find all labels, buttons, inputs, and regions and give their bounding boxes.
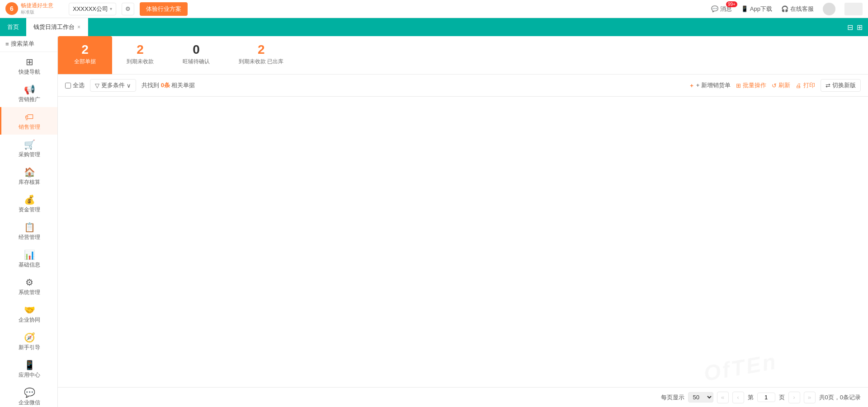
empty-state — [58, 97, 868, 387]
sidebar-label: 系统管理 — [19, 289, 40, 296]
stat-number-pending: 0 — [193, 43, 200, 56]
stats-row: 2 全部单据 2 到期未收款 0 旺辅待确认 2 到期未收款 已出库 — [58, 36, 868, 75]
sidebar-label: 库存核算 — [19, 178, 40, 186]
avatar[interactable] — [823, 3, 835, 15]
sidebar-label: 新手引导 — [19, 344, 40, 351]
sidebar-item-funds[interactable]: 💰 资金管理 — [0, 190, 57, 217]
page-label: 第 — [748, 393, 754, 402]
stat-pending[interactable]: 0 旺辅待确认 — [168, 36, 224, 74]
database-icon: 📊 — [24, 250, 35, 259]
cart-icon: 🛒 — [24, 140, 35, 149]
batch-ops-button[interactable]: ⊞ 批量操作 — [736, 81, 766, 89]
per-page-label: 每页显示 — [661, 393, 684, 402]
toolbar: 全选 ▽ 更多条件 ∨ 共找到 0条 相关单据 + + 新增销货单 ⊞ 批量操作 — [58, 75, 868, 97]
page-total: 共0页，0条记录 — [819, 393, 861, 402]
user-name-area[interactable] — [844, 3, 863, 15]
plus-icon: + — [690, 82, 693, 89]
sidebar-item-system[interactable]: ⚙ 系统管理 — [0, 272, 57, 300]
page-first-button[interactable]: « — [717, 392, 729, 403]
sidebar-label: 企业协同 — [19, 316, 40, 324]
settings-button[interactable]: ⚙ — [122, 3, 134, 15]
sidebar-item-search-menu[interactable]: ≡ 搜索菜单 — [0, 36, 57, 52]
select-all-input[interactable] — [65, 83, 71, 89]
per-page-select[interactable]: 50 100 200 — [688, 392, 713, 402]
clipboard-icon: 📋 — [24, 223, 35, 232]
sidebar-item-app-center[interactable]: 📱 应用中心 — [0, 355, 57, 383]
stat-all[interactable]: 2 全部单据 — [58, 36, 112, 74]
chevron-icon: ∨ — [127, 82, 131, 89]
sidebar-search-label: 搜索菜单 — [11, 40, 34, 48]
sidebar-item-sales[interactable]: 🏷 销售管理 — [0, 107, 57, 135]
page-prev-button[interactable]: ‹ — [732, 392, 744, 403]
sidebar-item-inventory[interactable]: 🏠 库存核算 — [0, 162, 57, 190]
select-all-checkbox[interactable]: 全选 — [65, 81, 85, 89]
tab-expand-icon[interactable]: ⊞ — [857, 23, 863, 32]
sidebar-label: 基础信息 — [19, 261, 40, 269]
handshake-icon: 🤝 — [24, 305, 35, 314]
page-next-button[interactable]: › — [788, 392, 800, 403]
sidebar-item-purchase[interactable]: 🛒 采购管理 — [0, 135, 57, 162]
tab-label: 钱货日清工作台 — [33, 23, 75, 31]
sidebar-item-operations[interactable]: 📋 经营管理 — [0, 217, 57, 245]
compass-icon: 🧭 — [24, 333, 35, 342]
chat-icon: 💬 — [24, 388, 35, 397]
switch-version-button[interactable]: ⇄ 切换新版 — [821, 79, 861, 92]
sidebar-label: 经营管理 — [19, 234, 40, 241]
logo-area: 6 畅捷通好生意 标准版 — [5, 2, 63, 15]
stat-number-overdue: 2 — [137, 43, 144, 56]
sidebar-label: 资金管理 — [19, 206, 40, 214]
sidebar-label: 快捷导航 — [19, 68, 40, 76]
refresh-icon: ↺ — [772, 82, 777, 89]
service-icon: 🎧 — [781, 5, 788, 12]
page-input[interactable] — [757, 393, 775, 402]
message-badge: 99+ — [726, 1, 737, 7]
filter-button[interactable]: ▽ 更多条件 ∨ — [90, 79, 136, 92]
online-service-button[interactable]: 🎧 在线客服 — [781, 5, 814, 13]
page-last-button[interactable]: » — [804, 392, 816, 403]
sidebar-item-weixin[interactable]: 💬 企业微信 — [0, 383, 57, 407]
search-icon: ≡ — [5, 41, 9, 47]
message-button[interactable]: 💬 消息 99+ — [711, 5, 732, 13]
toolbar-right: + + 新增销货单 ⊞ 批量操作 ↺ 刷新 🖨 打印 ⇄ 切换新版 — [690, 79, 861, 92]
grid-icon: ⊞ — [26, 57, 33, 66]
refresh-button[interactable]: ↺ 刷新 — [772, 81, 790, 89]
sidebar: ≡ 搜索菜单 ⊞ 快捷导航 📢 营销推广 🏷 销售管理 🛒 采购管理 🏠 库存核… — [0, 36, 58, 407]
trial-button[interactable]: 体验行业方案 — [140, 2, 188, 16]
tabbar-actions: ⊟ ⊞ — [847, 23, 868, 32]
tab-close-icon[interactable]: × — [77, 24, 80, 30]
home-icon: 🏠 — [24, 168, 35, 177]
filter-icon: ▽ — [95, 82, 99, 89]
stat-overdue[interactable]: 2 到期未收款 — [112, 36, 168, 74]
sidebar-label: 营销推广 — [19, 96, 40, 103]
sidebar-item-basic-info[interactable]: 📊 基础信息 — [0, 245, 57, 272]
sidebar-item-enterprise[interactable]: 🤝 企业协同 — [0, 300, 57, 327]
batch-icon: ⊞ — [736, 82, 741, 89]
app-download-button[interactable]: 📱 App下载 — [741, 5, 772, 13]
switch-icon: ⇄ — [826, 82, 830, 89]
page-suffix: 页 — [779, 393, 785, 402]
message-icon: 💬 — [711, 5, 718, 12]
table-area — [58, 97, 868, 387]
tabbar: 首页 钱货日清工作台 × ⊟ ⊞ — [0, 18, 868, 36]
sidebar-label: 销售管理 — [19, 123, 40, 131]
new-sales-button[interactable]: + + 新增销货单 — [690, 81, 731, 89]
sidebar-label: 应用中心 — [19, 371, 40, 379]
money-icon: 💰 — [24, 195, 35, 204]
company-selector[interactable]: XXXXXX公司 ▾ — [69, 3, 116, 15]
layout: ≡ 搜索菜单 ⊞ 快捷导航 📢 营销推广 🏷 销售管理 🛒 采购管理 🏠 库存核… — [0, 36, 868, 407]
sidebar-label: 采购管理 — [19, 151, 40, 159]
sidebar-item-marketing[interactable]: 📢 营销推广 — [0, 80, 57, 107]
sidebar-item-quick-nav[interactable]: ⊞ 快捷导航 — [0, 52, 57, 80]
stat-shipped[interactable]: 2 到期未收款 已出库 — [224, 36, 298, 74]
main-content: 2 全部单据 2 到期未收款 0 旺辅待确认 2 到期未收款 已出库 全选 — [58, 36, 868, 407]
tab-active[interactable]: 钱货日清工作台 × — [26, 18, 88, 36]
megaphone-icon: 📢 — [24, 85, 35, 94]
tab-minimize-icon[interactable]: ⊟ — [847, 23, 853, 32]
sidebar-label: 企业微信 — [19, 399, 40, 407]
settings-icon: ⚙ — [25, 278, 33, 287]
print-button[interactable]: 🖨 打印 — [796, 81, 815, 89]
pagination-bar: 每页显示 50 100 200 « ‹ 第 页 › » 共0页，0条记录 — [58, 387, 868, 407]
tab-home[interactable]: 首页 — [0, 18, 26, 36]
select-all-label: 全选 — [73, 81, 85, 89]
sidebar-item-guide[interactable]: 🧭 新手引导 — [0, 327, 57, 355]
